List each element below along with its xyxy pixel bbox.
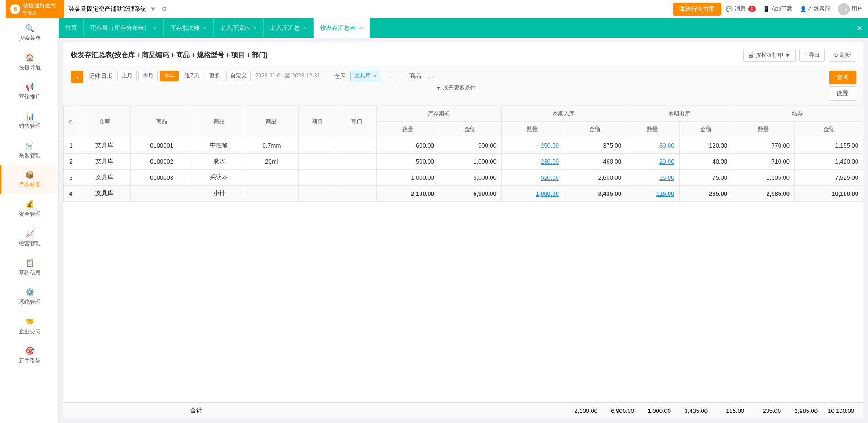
refresh-button[interactable]: ↻ 刷新 <box>829 49 856 62</box>
goods-more-button[interactable]: ... <box>426 72 436 80</box>
sidebar-item-inventory[interactable]: 📦 库存核算 <box>0 165 58 194</box>
top-bar: 6 畅捷通好生意 标准版 装备及固定资产辅助管理系统 ▼ ⚙ 体验行业方案 💬 … <box>0 0 868 18</box>
opening-qty-header: 数量 <box>376 122 439 137</box>
total-out-qty: 115.00 <box>712 407 749 414</box>
print-button[interactable]: 🖨 按模板打印 ▼ <box>743 49 796 62</box>
tab-batch[interactable]: 库存批次账 ✕ <box>164 18 214 38</box>
table-cell: 中性笔 <box>193 137 245 154</box>
sidebar: 🔍 搜索菜单 🏠 快捷导航 📢 营销推广 📊 销售管理 🛒 采购管理 📦 库存核… <box>0 18 59 423</box>
tab-inout[interactable]: 出入库汇总 ✕ <box>264 18 314 38</box>
guide-icon: 🎯 <box>25 346 34 355</box>
sales-icon: 📊 <box>25 112 34 121</box>
date-btn-more[interactable]: 更多 <box>205 71 224 81</box>
message-button[interactable]: 💬 消息 6 <box>726 5 756 13</box>
date-btn-7days[interactable]: 近7天 <box>181 71 203 81</box>
sidebar-item-marketing[interactable]: 📢 营销推广 <box>0 77 58 106</box>
table-cell[interactable]: 115.00 <box>626 186 679 202</box>
marketing-icon: 📢 <box>25 82 34 91</box>
sidebar-item-system[interactable]: ⚙️ 系统管理 <box>0 282 58 312</box>
gear-icon[interactable]: ⚙ <box>68 119 73 125</box>
project-header: 项目 <box>298 106 337 137</box>
online-service-button[interactable]: 👤 在线客服 <box>800 5 830 13</box>
date-btn-this-year[interactable]: 本年 <box>160 71 179 81</box>
settings-icon[interactable]: ⚙ <box>161 5 167 12</box>
table-cell: 胶水 <box>193 154 245 170</box>
table-cell: 770.00 <box>732 137 794 154</box>
table-cell: 1,000.00 <box>376 170 439 186</box>
date-btn-last-month[interactable]: 上月 <box>117 71 137 81</box>
table-cell: 1,505.00 <box>732 170 794 186</box>
sidebar-item-finance[interactable]: 💰 资金管理 <box>0 194 58 224</box>
sidebar-label: 快捷导航 <box>19 64 41 71</box>
tab-home[interactable]: 首页 <box>59 18 84 38</box>
in-qty-header: 数量 <box>501 122 564 137</box>
sidebar-item-search[interactable]: 🔍 搜索菜单 <box>0 18 58 48</box>
sidebar-item-guide[interactable]: 🎯 新手引导 <box>0 341 58 370</box>
table-cell[interactable]: 1,000.00 <box>501 186 564 202</box>
tag-close-icon[interactable]: ✕ <box>373 73 377 79</box>
out-group-header: 本期出库 <box>626 106 732 122</box>
sidebar-item-operations[interactable]: 📈 经营管理 <box>0 224 58 253</box>
table-cell[interactable]: 15.00 <box>626 170 679 186</box>
date-label: 记账日期 <box>89 72 113 80</box>
table-cell[interactable]: 230.00 <box>501 154 564 170</box>
table-cell[interactable]: 20.00 <box>626 154 679 170</box>
sidebar-item-purchase[interactable]: 🛒 采购管理 <box>0 136 58 165</box>
query-button[interactable]: 查询 <box>829 71 856 84</box>
date-btn-this-month[interactable]: 本月 <box>138 71 158 81</box>
table-cell: 1,000.00 <box>439 154 501 170</box>
sidebar-label: 采购管理 <box>19 152 41 159</box>
export-button[interactable]: ↑ 导出 <box>799 49 825 62</box>
user-button[interactable]: Ea 用户 <box>838 3 862 15</box>
filter-settings-button[interactable]: 设置 <box>829 86 856 101</box>
opening-amt-header: 金额 <box>439 122 501 137</box>
date-btn-custom[interactable]: 自定义 <box>226 71 251 81</box>
table-cell <box>131 186 193 202</box>
dept-header: 部门 <box>337 106 377 137</box>
tab-close-icon[interactable]: ✕ <box>153 25 157 31</box>
app-download-button[interactable]: 📱 App下载 <box>763 5 792 13</box>
table-cell: 0100003 <box>131 170 193 186</box>
warehouse-more-button[interactable]: ... <box>386 72 396 80</box>
tab-close-icon[interactable]: ✕ <box>359 25 363 31</box>
table-cell[interactable]: 520.00 <box>501 170 564 186</box>
filter-expand-button[interactable]: » <box>71 71 83 83</box>
tab-close-icon[interactable]: ✕ <box>203 25 207 31</box>
tab-close-icon[interactable]: ✕ <box>303 25 307 31</box>
table-cell: 710.00 <box>732 154 794 170</box>
page-inner: 收发存汇总表(按仓库＋商品编码＋商品＋规格型号＋项目＋部门) 🖨 按模板打印 ▼… <box>63 42 863 418</box>
sidebar-item-base[interactable]: 📋 基础信息 <box>0 253 58 282</box>
table-cell: 1,155.00 <box>795 137 863 154</box>
warehouse-tag[interactable]: 文具库 ✕ <box>350 71 381 81</box>
total-bar: 合计 2,100.00 6,900.00 1,000.00 3,435.00 1… <box>63 402 863 418</box>
table-cell: 采访本 <box>193 170 245 186</box>
sidebar-label: 企业协同 <box>19 328 41 335</box>
message-badge: 6 <box>748 6 756 12</box>
export-icon: ↑ <box>804 52 807 59</box>
table-row: 1文具库0100001中性笔0.7mm600.00900.00250.00375… <box>64 137 863 154</box>
trial-button[interactable]: 体验行业方案 <box>673 3 721 16</box>
system-icon: ⚙️ <box>25 288 34 297</box>
tab-flow[interactable]: 出入库流水 ✕ <box>214 18 264 38</box>
table-cell: 4 <box>64 186 78 202</box>
tab-close-icon[interactable]: ✕ <box>253 25 257 31</box>
table-cell: 1,420.00 <box>795 154 863 170</box>
sidebar-item-quicknav[interactable]: 🏠 快捷导航 <box>0 48 58 77</box>
tab-summary[interactable]: 收发存汇总表 ✕ <box>314 18 370 38</box>
content-area: 首页 现存量（库存分布表） ✕ 库存批次账 ✕ 出入库流水 ✕ 出入库汇总 ✕ … <box>59 18 868 423</box>
sidebar-item-collab[interactable]: 🤝 企业协同 <box>0 312 58 341</box>
table-cell: 0100001 <box>131 137 193 154</box>
tab-stock[interactable]: 现存量（库存分布表） ✕ <box>84 18 164 38</box>
tab-bar-close-button[interactable]: ✕ <box>851 24 868 33</box>
table-cell[interactable]: 80.00 <box>626 137 679 154</box>
sidebar-item-sales[interactable]: 📊 销售管理 <box>0 106 58 136</box>
table-cell[interactable]: 250.00 <box>501 137 564 154</box>
table-cell <box>298 170 337 186</box>
expand-conditions-button[interactable]: ▼ 展开更多条件 <box>436 84 476 92</box>
warehouse-label: 仓库 <box>334 72 346 80</box>
table-cell: 文具库 <box>78 137 131 154</box>
table-cell: 小计 <box>193 186 245 202</box>
out-amt-header: 金额 <box>679 122 732 137</box>
dropdown-icon[interactable]: ▼ <box>150 5 156 12</box>
table-cell: 文具库 <box>78 186 131 202</box>
